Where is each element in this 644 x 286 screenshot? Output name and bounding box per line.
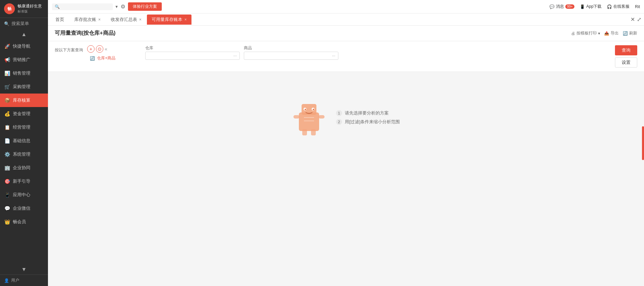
finance-icon: 💰 bbox=[4, 111, 10, 117]
scheme-collapse-btn[interactable]: « bbox=[105, 46, 107, 52]
sidebar-item-quick-nav[interactable]: 🚀 快捷导航 bbox=[0, 40, 48, 53]
search-icon: 🔍 bbox=[4, 21, 9, 26]
purchase-icon: 🛒 bbox=[4, 84, 10, 90]
topbar-user[interactable]: Rit bbox=[635, 4, 640, 9]
empty-state: 1 请先选择要分析的方案 2 用[过滤]条件来缩小分析范围 bbox=[48, 72, 644, 168]
print-template-btn[interactable]: 🖨 按模板打印 ▾ bbox=[571, 30, 600, 36]
tabs-close-all-btn[interactable]: ✕ bbox=[630, 16, 635, 23]
search-menu[interactable]: 🔍 搜索菜单 bbox=[0, 18, 48, 29]
tab-batch-account[interactable]: 库存批次账 × bbox=[70, 15, 105, 25]
tab-close-receipt-summary[interactable]: × bbox=[139, 17, 141, 22]
sidebar-item-purchase[interactable]: 🛒 采购管理 bbox=[0, 80, 48, 94]
newcomer-icon: 🎯 bbox=[4, 178, 10, 184]
scheme-setting-btn[interactable]: ⊙ bbox=[96, 45, 103, 53]
sidebar-item-newcomer[interactable]: 🎯 新手引导 bbox=[0, 175, 48, 188]
sidebar-item-label: 采购管理 bbox=[13, 84, 30, 90]
refresh-icon: 🔄 bbox=[623, 31, 628, 36]
scheme-item-warehouse-product[interactable]: 🔄 仓库+商品 bbox=[87, 54, 141, 62]
marketing-icon: 📢 bbox=[4, 57, 10, 63]
sales-icon: 📊 bbox=[4, 70, 10, 76]
sidebar-item-label: 快捷导航 bbox=[13, 43, 30, 49]
sidebar-item-basic-info[interactable]: 📄 基础信息 bbox=[0, 134, 48, 148]
tab-home[interactable]: 首页 bbox=[51, 15, 69, 25]
query-btn[interactable]: 查询 bbox=[615, 45, 637, 55]
export-btn[interactable]: 📤 导出 bbox=[604, 30, 619, 36]
product-input-box[interactable]: ··· bbox=[244, 52, 338, 60]
logo-icon: 畅 bbox=[4, 3, 15, 14]
topbar-gear-icon[interactable]: ⚙ bbox=[121, 3, 125, 10]
user-avatar-icon: 👤 bbox=[4, 278, 9, 283]
right-scrollbar[interactable] bbox=[642, 126, 644, 160]
topbar-message[interactable]: 💬 消息 99+ bbox=[549, 4, 574, 9]
empty-hint-2: 2 用[过滤]条件来缩小分析范围 bbox=[336, 119, 400, 125]
export-icon: 📤 bbox=[604, 31, 609, 36]
sidebar-item-label: 资金管理 bbox=[13, 111, 30, 117]
sidebar-item-operations[interactable]: 📋 经营管理 bbox=[0, 121, 48, 134]
sidebar-item-marketing[interactable]: 📢 营销推广 bbox=[0, 53, 48, 67]
topbar-search-box[interactable]: 🔍 bbox=[52, 3, 113, 10]
tab-available-stock[interactable]: 可用量库存账本 × bbox=[147, 15, 191, 25]
svg-rect-9 bbox=[311, 129, 316, 135]
sidebar-item-label: 系统管理 bbox=[13, 151, 30, 157]
sidebar-item-sales[interactable]: 📊 销售管理 bbox=[0, 67, 48, 80]
page-header-actions: 🖨 按模板打印 ▾ 📤 导出 🔄 刷新 bbox=[571, 30, 637, 36]
sidebar-item-member[interactable]: 👑 畅会员 bbox=[0, 215, 48, 229]
topbar-right: 💬 消息 99+ 📱 App下载 🎧 在线客服 Rit bbox=[549, 4, 640, 9]
sidebar-user-name: 用户 bbox=[11, 278, 19, 283]
product-more-btn[interactable]: ··· bbox=[332, 53, 335, 58]
main-area: 🔍 ▾ ⚙ 体验行业方案 💬 消息 99+ 📱 App下载 🎧 在线客服 Rit bbox=[48, 0, 644, 286]
filter-actions: 查询 设置 bbox=[615, 45, 637, 68]
refresh-btn[interactable]: 🔄 刷新 bbox=[623, 30, 637, 36]
topbar-app-download[interactable]: 📱 App下载 bbox=[580, 4, 601, 9]
tab-close-available-stock[interactable]: × bbox=[184, 17, 187, 22]
topbar-dropdown-icon[interactable]: ▾ bbox=[115, 4, 118, 9]
basic-info-icon: 📄 bbox=[4, 138, 10, 144]
scheme-item-icon: 🔄 bbox=[90, 56, 95, 61]
filter-section: 按以下方案查询 + ⊙ « 🔄 仓库+商品 仓库 ··· bbox=[48, 41, 644, 72]
warehouse-more-btn[interactable]: ··· bbox=[233, 53, 237, 58]
sidebar-item-system[interactable]: ⚙️ 系统管理 bbox=[0, 148, 48, 161]
sidebar-scroll-up[interactable]: ▲ bbox=[0, 29, 48, 40]
empty-visual: 1 请先选择要分析的方案 2 用[过滤]条件来缩小分析范围 bbox=[292, 99, 400, 136]
operations-icon: 📋 bbox=[4, 124, 10, 130]
sidebar-item-label: 经营管理 bbox=[13, 124, 30, 130]
sidebar-scroll-down[interactable]: ▼ bbox=[0, 264, 48, 275]
sidebar-item-enterprise[interactable]: 🏢 企业协同 bbox=[0, 161, 48, 175]
sidebar-item-finance[interactable]: 💰 资金管理 bbox=[0, 107, 48, 121]
message-icon: 💬 bbox=[549, 4, 555, 9]
product-input[interactable] bbox=[247, 53, 331, 58]
empty-illustration bbox=[292, 99, 326, 136]
settings-btn[interactable]: 设置 bbox=[615, 57, 637, 68]
sidebar-item-label: 企业协同 bbox=[13, 165, 30, 171]
warehouse-input[interactable] bbox=[148, 53, 232, 58]
sidebar-bottom-user[interactable]: 👤 用户 bbox=[0, 275, 48, 286]
trial-btn[interactable]: 体验行业方案 bbox=[128, 2, 162, 11]
app-name: 畅康通好生意 bbox=[18, 4, 42, 9]
service-icon: 🎧 bbox=[607, 4, 612, 9]
sidebar-item-wechat[interactable]: 💬 企业微信 bbox=[0, 202, 48, 215]
wechat-icon: 💬 bbox=[4, 205, 10, 211]
sidebar-item-label: 企业微信 bbox=[13, 205, 30, 211]
topbar-search-input[interactable] bbox=[61, 4, 102, 9]
sidebar-item-inventory[interactable]: 📦 库存核算 bbox=[0, 94, 48, 107]
product-label: 商品 bbox=[244, 45, 338, 51]
tabs-expand-btn[interactable]: ⤢ bbox=[637, 16, 641, 23]
tab-close-batch-account[interactable]: × bbox=[98, 17, 101, 22]
topbar-online-service[interactable]: 🎧 在线客服 bbox=[607, 4, 629, 9]
inventory-icon: 📦 bbox=[4, 97, 10, 103]
filter-fields: 仓库 ··· 商品 ··· bbox=[145, 45, 611, 60]
system-icon: ⚙️ bbox=[4, 151, 10, 157]
sidebar-logo: 畅 畅康通好生意 标准版 bbox=[0, 0, 48, 18]
page-header: 可用量查询(按仓库+商品) 🖨 按模板打印 ▾ 📤 导出 🔄 刷新 bbox=[48, 26, 644, 41]
sidebar-item-label: 销售管理 bbox=[13, 70, 30, 76]
topbar: 🔍 ▾ ⚙ 体验行业方案 💬 消息 99+ 📱 App下载 🎧 在线客服 Rit bbox=[48, 0, 644, 14]
svg-point-5 bbox=[313, 109, 314, 110]
warehouse-input-box[interactable]: ··· bbox=[145, 52, 240, 60]
page-content: 可用量查询(按仓库+商品) 🖨 按模板打印 ▾ 📤 导出 🔄 刷新 按以下 bbox=[48, 26, 644, 286]
sidebar-item-app-center[interactable]: 📱 应用中心 bbox=[0, 188, 48, 202]
sidebar-item-label: 应用中心 bbox=[13, 192, 30, 198]
scheme-add-btn[interactable]: + bbox=[87, 45, 95, 53]
tab-receipt-summary[interactable]: 收发存汇总表 × bbox=[106, 15, 146, 25]
message-badge: 99+ bbox=[565, 4, 574, 9]
sidebar-item-label: 基础信息 bbox=[13, 138, 30, 144]
